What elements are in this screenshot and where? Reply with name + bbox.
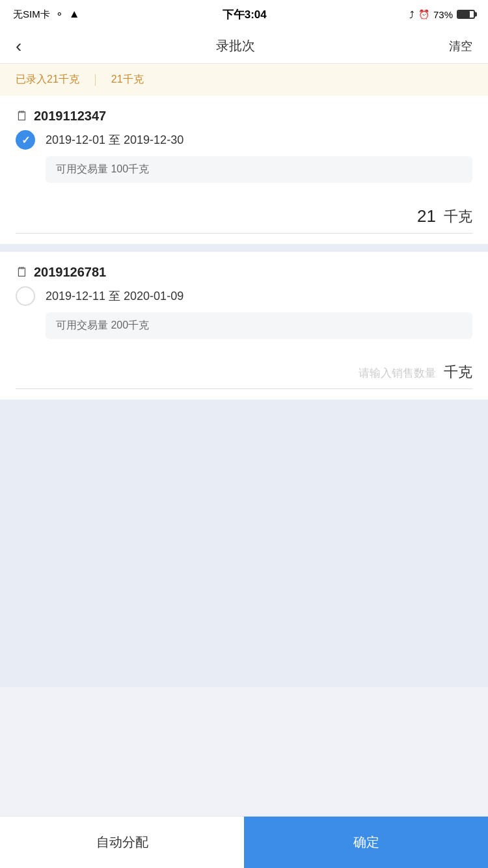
section-divider-2 — [0, 400, 488, 407]
batch-2-date: 2019-12-11 至 2020-01-09 — [46, 288, 183, 304]
sim-text: 无SIM卡 — [13, 8, 50, 21]
doc-icon-1: 🗒 — [16, 109, 29, 124]
confirm-button[interactable]: 确定 — [244, 817, 488, 868]
page-title: 录批次 — [216, 37, 255, 55]
batch-2-available: 可用交易量 200千克 — [46, 312, 472, 339]
footer: 自动分配 确定 — [0, 816, 488, 868]
doc-icon-2: 🗒 — [16, 265, 29, 280]
status-bar: 无SIM卡 ⚬ ▲ 下午3:04 ⤴ ⏰ 73% — [0, 0, 488, 29]
batch-1-available: 可用交易量 100千克 — [46, 156, 472, 183]
batch-1-unit: 千克 — [444, 207, 472, 226]
auto-distribute-button[interactable]: 自动分配 — [0, 817, 244, 868]
battery-icon — [457, 10, 475, 19]
batch-2-item: 🗒 2019126781 2019-12-11 至 2020-01-09 可用交… — [0, 252, 488, 352]
batch-1-item: 🗒 2019112347 2019-12-01 至 2019-12-30 可用交… — [0, 96, 488, 196]
section-divider — [0, 244, 488, 252]
batch-1-input-row: 21 千克 — [0, 196, 488, 233]
batch-1-date: 2019-12-01 至 2019-12-30 — [46, 132, 183, 148]
batch-1-qty-value: 21 — [417, 206, 436, 226]
batch-2-qty-input[interactable] — [257, 364, 436, 381]
batch-2-number: 2019126781 — [34, 265, 106, 280]
total-label: 21千克 — [111, 73, 144, 87]
batch-1-number: 2019112347 — [34, 109, 106, 124]
clear-button[interactable]: 清空 — [449, 38, 472, 54]
alarm-icon: ⏰ — [418, 9, 429, 20]
time-display: 下午3:04 — [223, 7, 267, 22]
recorded-label: 已录入21千克 — [16, 73, 79, 87]
batch-2-radio[interactable] — [16, 286, 35, 306]
battery-percent: 73% — [433, 9, 453, 20]
wifi-signal: ▲ — [69, 8, 80, 21]
wifi-icon: ⚬ — [55, 8, 64, 20]
summary-banner: 已录入21千克 21千克 — [0, 64, 488, 96]
batch-1-card: 🗒 2019112347 2019-12-01 至 2019-12-30 可用交… — [0, 96, 488, 244]
nav-bar: ‹ 录批次 清空 — [0, 29, 488, 64]
bottom-area — [0, 407, 488, 687]
location-icon: ⤴ — [409, 9, 414, 20]
summary-divider — [95, 74, 96, 86]
batch-2-card: 🗒 2019126781 2019-12-11 至 2020-01-09 可用交… — [0, 252, 488, 400]
batch-2-input-row: 千克 — [0, 352, 488, 388]
back-button[interactable]: ‹ — [16, 37, 21, 55]
batch-1-radio[interactable] — [16, 130, 35, 150]
batch-2-unit: 千克 — [444, 362, 472, 382]
